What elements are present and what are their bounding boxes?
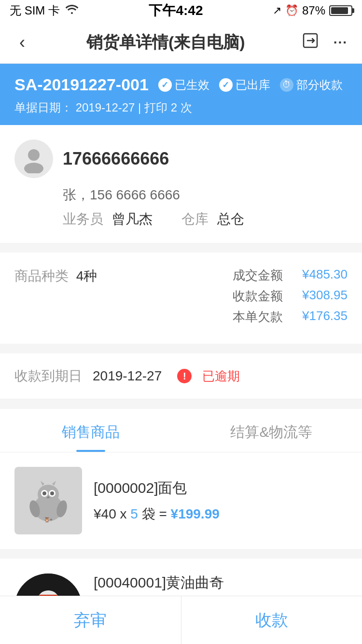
back-button[interactable]: ‹ bbox=[14, 28, 30, 57]
status-time: 下午4:42 bbox=[149, 1, 203, 20]
wifi-icon bbox=[65, 3, 79, 18]
status-bar: 无 SIM 卡 下午4:42 ↗ ⏰ 87% bbox=[0, 0, 362, 21]
nav-actions: ··· bbox=[302, 32, 348, 53]
svg-point-8 bbox=[50, 491, 54, 495]
cancel-button[interactable]: 弃审 bbox=[0, 596, 181, 644]
customer-top: 17666666666 bbox=[14, 140, 348, 178]
customer-section: 17666666666 张，156 6666 6666 业务员 曾凡杰 仓库 总… bbox=[0, 125, 362, 243]
product-name-1: [0000002]面包 bbox=[94, 478, 348, 498]
svg-point-7 bbox=[42, 491, 46, 495]
sales-info: 业务员 曾凡杰 bbox=[63, 210, 153, 228]
overdue-section: 收款到期日 2019-12-27 ! 已逾期 bbox=[0, 353, 362, 399]
share-icon[interactable] bbox=[302, 32, 319, 53]
svg-text:🦉+: 🦉+ bbox=[44, 517, 53, 522]
page-title: 销货单详情(来自电脑) bbox=[86, 31, 245, 54]
svg-point-4 bbox=[38, 485, 59, 504]
stats-right: 成交金额 ¥485.30 收款金额 ¥308.95 本单欠款 ¥176.35 bbox=[233, 267, 348, 329]
tab-products[interactable]: 销售商品 bbox=[0, 409, 181, 452]
clock-icon: ⏱ bbox=[280, 78, 293, 92]
avatar bbox=[14, 140, 53, 178]
svg-point-2 bbox=[24, 163, 43, 173]
tabs-section: 销售商品 结算&物流等 bbox=[0, 409, 362, 452]
svg-marker-13 bbox=[52, 481, 56, 486]
product-info-1: [0000002]面包 ¥40 x 5 袋 = ¥199.99 bbox=[94, 478, 348, 523]
tab-settlement[interactable]: 结算&物流等 bbox=[181, 409, 362, 452]
product-price-1: ¥40 x 5 袋 = ¥199.99 bbox=[94, 505, 348, 523]
status-right: ↗ ⏰ 87% bbox=[273, 4, 352, 17]
more-icon[interactable]: ··· bbox=[334, 35, 348, 50]
stats-left: 商品种类 4种 bbox=[14, 267, 97, 285]
customer-info-row: 业务员 曾凡杰 仓库 总仓 bbox=[63, 210, 348, 228]
alarm-icon: ⏰ bbox=[285, 4, 298, 17]
status-badge-partial: ⏱ 部分收款 bbox=[280, 77, 343, 93]
battery-icon bbox=[329, 5, 352, 16]
owe-amount-row: 本单欠款 ¥176.35 bbox=[233, 308, 348, 325]
stats-section: 商品种类 4种 成交金额 ¥485.30 收款金额 ¥308.95 本单欠款 ¥… bbox=[0, 252, 362, 344]
battery-percent: 87% bbox=[302, 4, 325, 17]
nav-bar: ‹ 销货单详情(来自电脑) ··· bbox=[0, 21, 362, 64]
customer-id: 17666666666 bbox=[63, 149, 169, 169]
deal-amount-row: 成交金额 ¥485.30 bbox=[233, 267, 348, 284]
overdue-icon: ! bbox=[177, 369, 192, 383]
location-icon: ↗ bbox=[273, 4, 281, 17]
status-badge-effective: ✓ 已生效 bbox=[158, 77, 209, 93]
list-item: 🦉+ [0000002]面包 ¥40 x 5 袋 = ¥199.99 bbox=[0, 452, 362, 549]
order-id: SA-20191227-001 bbox=[14, 75, 149, 94]
customer-phone: 张，156 6666 6666 bbox=[63, 186, 348, 204]
bottom-bar: 弃审 收款 bbox=[0, 596, 362, 644]
order-meta: 单据日期： 2019-12-27 | 打印 2 次 bbox=[14, 100, 348, 115]
product-name-2: [00040001]黄油曲奇 bbox=[94, 573, 348, 593]
overdue-text: 已逾期 bbox=[202, 368, 240, 385]
carrier-text: 无 SIM 卡 bbox=[10, 3, 60, 18]
status-badge-shipped: ✓ 已出库 bbox=[219, 77, 270, 93]
order-id-row: SA-20191227-001 ✓ 已生效 ✓ 已出库 ⏱ 部分收款 bbox=[14, 75, 348, 94]
warehouse-info: 仓库 总仓 bbox=[181, 210, 244, 228]
product-thumb-1: 🦉+ bbox=[14, 467, 82, 534]
received-amount-row: 收款金额 ¥308.95 bbox=[233, 288, 348, 305]
order-banner: SA-20191227-001 ✓ 已生效 ✓ 已出库 ⏱ 部分收款 单据日期：… bbox=[0, 64, 362, 125]
svg-marker-12 bbox=[41, 481, 44, 486]
status-left: 无 SIM 卡 bbox=[10, 3, 79, 18]
svg-point-1 bbox=[28, 149, 40, 161]
confirm-button[interactable]: 收款 bbox=[181, 596, 362, 644]
check-icon-1: ✓ bbox=[158, 78, 172, 92]
check-icon-2: ✓ bbox=[219, 78, 233, 92]
